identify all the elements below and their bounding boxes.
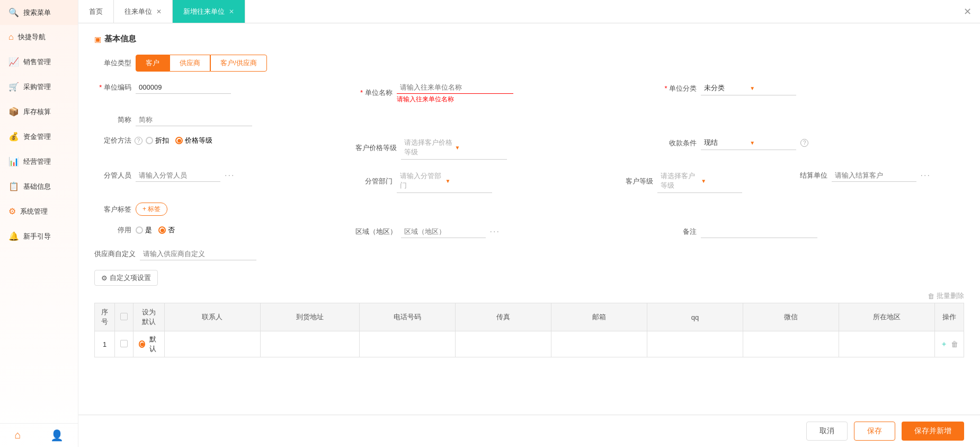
department-select[interactable]: 请输入分管部门 ▼ [397, 169, 492, 193]
region-input[interactable] [401, 225, 486, 238]
unit-name-error-msg: 请输入往来单位名称 [397, 95, 513, 104]
chevron-down-icon3: ▼ [750, 140, 793, 146]
settlement-more-btn[interactable]: ··· [921, 171, 931, 180]
payment-terms-label: 收款条件 [660, 138, 697, 148]
cell-phone[interactable] [359, 331, 455, 357]
payment-terms-select[interactable]: 现结 ▼ [701, 136, 796, 150]
sidebar-item-sales[interactable]: 📈 销售管理 [0, 49, 78, 74]
col-no: 序号 [95, 303, 115, 331]
qq-input[interactable] [653, 338, 737, 350]
section-header: ▣ 基本信息 [94, 34, 964, 44]
manager-input[interactable] [136, 169, 220, 182]
custom-settings-button[interactable]: ⚙ 自定义项设置 [94, 270, 158, 286]
section-icon: ▣ [94, 35, 101, 43]
supplier-custom-input[interactable] [140, 248, 256, 260]
window-close-button[interactable]: ✕ [955, 6, 980, 17]
unit-name-input[interactable] [397, 81, 513, 94]
manager-more-btn[interactable]: ··· [225, 171, 235, 180]
address-input[interactable] [266, 338, 354, 350]
sidebar-item-inventory[interactable]: 📦 库存核算 [0, 99, 78, 124]
short-name-input[interactable] [136, 113, 252, 126]
save-button[interactable]: 保存 [854, 422, 895, 441]
phone-input[interactable] [365, 338, 450, 350]
inventory-icon: 📦 [8, 107, 19, 117]
pricing-help-icon[interactable]: ? [135, 137, 142, 145]
tab-partners-close[interactable]: ✕ [156, 8, 162, 15]
sidebar-item-label: 库存核算 [23, 107, 51, 117]
remark-input[interactable] [701, 225, 817, 238]
settlement-unit-input[interactable] [832, 169, 916, 182]
short-name-label: 简称 [94, 115, 131, 125]
action-icons: ＋ 🗑 [940, 339, 958, 349]
unit-type-row: 单位类型 客户 供应商 客户/供应商 [94, 55, 964, 72]
fax-input[interactable] [461, 338, 546, 350]
customer-level-label: 客户等级 [616, 177, 653, 186]
cell-qq[interactable] [647, 331, 743, 357]
select-all-checkbox[interactable] [120, 313, 128, 320]
unit-type-supplier[interactable]: 供应商 [170, 55, 210, 72]
gear-icon: ⚙ [101, 274, 108, 282]
cell-email[interactable] [551, 331, 647, 357]
unit-type-label: 单位类型 [94, 58, 131, 68]
cell-checkbox[interactable] [115, 331, 133, 357]
contact-input[interactable] [170, 338, 255, 350]
tab-new-partner[interactable]: 新增往来单位 ✕ [173, 0, 245, 23]
row-checkbox[interactable] [120, 340, 128, 347]
supplier-custom-group: 供应商自定义 [94, 248, 964, 260]
sidebar-item-finance[interactable]: 💰 资金管理 [0, 124, 78, 149]
cell-region[interactable] [839, 331, 934, 357]
payment-help-icon[interactable]: ? [800, 139, 808, 147]
radio-yes[interactable]: 是 [136, 225, 152, 235]
tab-new-partner-close[interactable]: ✕ [229, 8, 234, 15]
delete-row-icon[interactable]: 🗑 [951, 340, 958, 348]
default-radio[interactable]: 默认 [139, 335, 159, 354]
tag-group: 客户标签 + 标签 [94, 203, 964, 216]
customer-price-level-select[interactable]: 请选择客户价格等级 ▼ [401, 136, 507, 160]
radio-discount-label: 折扣 [155, 136, 169, 145]
wechat-input[interactable] [749, 338, 833, 350]
cancel-button[interactable]: 取消 [806, 422, 848, 441]
sidebar-item-quicknav[interactable]: ⌂ 快捷导航 [0, 25, 78, 49]
tab-home[interactable]: 首页 [78, 0, 114, 23]
batch-delete-label[interactable]: 批量删除 [937, 291, 964, 301]
unit-type-customer[interactable]: 客户 [136, 55, 170, 72]
tab-new-partner-label: 新增往来单位 [183, 7, 225, 16]
unit-type-both[interactable]: 客户/供应商 [210, 55, 267, 72]
customer-level-select[interactable]: 请选择客户等级 ▼ [657, 169, 742, 193]
sidebar-user-btn[interactable]: 👤 [50, 429, 64, 442]
cell-contact[interactable] [164, 331, 260, 357]
email-input[interactable] [557, 338, 642, 350]
add-tag-button[interactable]: + 标签 [136, 203, 167, 216]
chevron-down-icon4: ▼ [446, 178, 489, 184]
save-new-button[interactable]: 保存并新增 [902, 422, 964, 441]
col-default: 设为默认 [133, 303, 165, 331]
radio-no[interactable]: 否 [158, 225, 175, 235]
cell-address[interactable] [260, 331, 359, 357]
sidebar-item-system[interactable]: ⚙ 系统管理 [0, 199, 78, 224]
unit-code-label: 单位编码 [94, 83, 131, 92]
radio-discount[interactable]: 折扣 [146, 136, 169, 145]
sidebar-item-basic[interactable]: 📋 基础信息 [0, 174, 78, 199]
sidebar: 🔍 搜索菜单 ⌂ 快捷导航 📈 销售管理 🛒 采购管理 📦 库存核算 💰 资金管… [0, 0, 78, 447]
sidebar-item-search[interactable]: 🔍 搜索菜单 [0, 0, 78, 25]
short-name-row: 简称 [94, 113, 964, 126]
region-table-input[interactable] [844, 338, 929, 350]
basic-icon: 📋 [8, 181, 19, 191]
sidebar-home-btn[interactable]: ⌂ [14, 429, 21, 442]
tab-partners-label: 往来单位 [124, 7, 152, 16]
cell-wechat[interactable] [743, 331, 839, 357]
sidebar-item-purchase[interactable]: 🛒 采购管理 [0, 74, 78, 99]
tab-partners[interactable]: 往来单位 ✕ [114, 0, 173, 23]
radio-price-level[interactable]: 价格等级 [175, 136, 212, 145]
unit-code-group: 单位编码 [94, 81, 355, 94]
add-row-icon[interactable]: ＋ [940, 339, 948, 349]
unit-category-select[interactable]: 未分类 ▼ [701, 81, 796, 95]
settlement-unit-label: 结算单位 [790, 171, 827, 180]
unit-code-input[interactable] [136, 81, 231, 94]
custom-settings-label: 自定义项设置 [110, 273, 151, 283]
col-wechat: 微信 [743, 303, 839, 331]
sidebar-item-operations[interactable]: 📊 经营管理 [0, 149, 78, 174]
cell-fax[interactable] [455, 331, 551, 357]
region-more-btn[interactable]: ··· [490, 227, 500, 236]
sidebar-item-guide[interactable]: 🔔 新手引导 [0, 224, 78, 249]
